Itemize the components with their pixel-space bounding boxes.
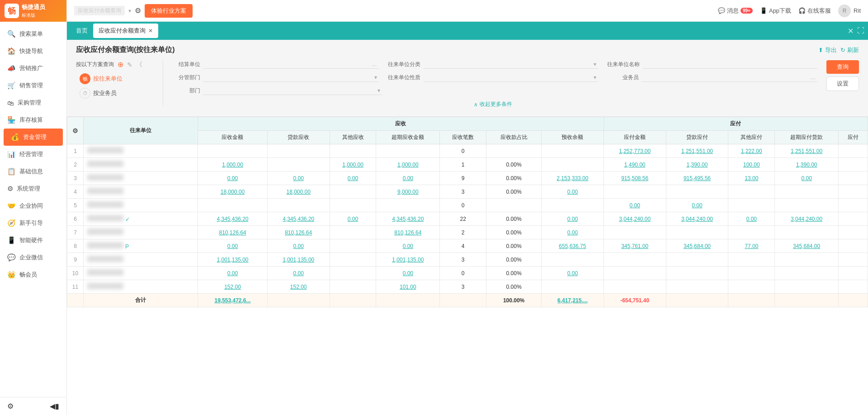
query-button[interactable]: 查询 — [826, 60, 859, 74]
total-ar-overdue — [376, 294, 440, 307]
header-actions: 💬 消息 99+ 📱 App下载 🎧 在线客服 R Rit — [718, 5, 861, 17]
total-ar-advance: 6,417,215.... — [541, 294, 604, 307]
cell-ap_loan: 3,044,240.00 — [666, 212, 728, 226]
ap-tail-header: 应付 — [839, 131, 868, 144]
ap-amount-header: 应付金额 — [604, 131, 666, 144]
operation-icon: 📊 — [7, 150, 16, 158]
unit-name-input[interactable] — [644, 61, 816, 67]
settlement-unit-input[interactable] — [205, 61, 372, 67]
sidebar-item-member[interactable]: 👑 畅会员 — [0, 266, 66, 283]
sidebar-item-collab[interactable]: 🤝 企业协同 — [0, 197, 66, 215]
cell-ap_loan: 1,390.00 — [666, 158, 728, 172]
cell-ap_tail — [839, 280, 868, 294]
settings-icon[interactable]: ⚙ — [135, 6, 141, 15]
dots-icon-2[interactable]: … — [810, 74, 816, 81]
cell-ap_tail — [839, 212, 868, 226]
sidebar-item-quick-nav[interactable]: 🏠 快捷导航 — [0, 43, 66, 60]
cell-ar_other — [330, 280, 376, 294]
dots-icon[interactable]: … — [372, 61, 377, 67]
set-button[interactable]: 设置 — [826, 76, 859, 91]
filter-area: 按以下方案查询 ⊕ ✎ 《 畅 按往来单位 ⏱ 按业务员 — [67, 55, 868, 117]
sidebar-item-search[interactable]: 🔍 搜索菜单 — [0, 25, 66, 43]
counterpart-unit — [84, 280, 198, 294]
cell-ar_count: 3 — [440, 253, 486, 267]
collapse-scheme-icon[interactable]: 《 — [136, 61, 142, 69]
cell-ap_other: 100.00 — [728, 158, 775, 172]
tab-expand-icon[interactable]: ⛶ — [857, 27, 864, 35]
sidebar-item-sales[interactable]: 🛒 销售管理 — [0, 77, 66, 94]
scheme-unit-icon: 畅 — [80, 73, 90, 84]
counterpart-unit — [84, 144, 198, 158]
scheme-by-unit[interactable]: 畅 按往来单位 — [80, 73, 157, 84]
sidebar-item-wechat[interactable]: 💬 企业微信 — [0, 249, 66, 266]
sidebar-item-basic[interactable]: 📋 基础信息 — [0, 163, 66, 180]
ar-overdue-header: 超期应收金额 — [376, 131, 440, 144]
online-service-btn[interactable]: 🎧 在线客服 — [798, 7, 831, 15]
sidebar-item-operation[interactable]: 📊 经营管理 — [0, 146, 66, 163]
tab-close-icon[interactable]: ✕ — [148, 28, 153, 34]
sidebar-item-inventory[interactable]: 🏪 库存核算 — [0, 111, 66, 129]
total-ap-other — [728, 294, 775, 307]
cell-ar_count: 4 — [440, 239, 486, 253]
sidebar-item-marketing[interactable]: 📣 营销推广 — [0, 60, 66, 77]
salesperson-input[interactable] — [643, 74, 810, 81]
counterpart-unit — [84, 172, 198, 185]
cell-ap_amount — [604, 226, 666, 239]
dropdown-arrow-1[interactable]: ▾ — [594, 61, 596, 67]
cell-ar_overdue: 810,126.64 — [376, 226, 440, 239]
app-icon: 📱 — [760, 7, 767, 14]
sidebar-item-finance[interactable]: 💰 资金管理 — [4, 129, 63, 146]
settings-col-header: ⚙ — [67, 117, 84, 144]
cell-ar_overdue: 0.00 — [376, 267, 440, 280]
sidebar-item-hardware[interactable]: 📱 智能硬件 — [0, 232, 66, 249]
tab-home[interactable]: 首页 — [71, 24, 93, 38]
export-button[interactable]: ⬆ 导出 — [818, 46, 837, 54]
sidebar-item-purchase[interactable]: 🛍 采购管理 — [0, 94, 66, 111]
dropdown-arrow-4[interactable]: ▾ — [377, 87, 380, 94]
message-badge: 99+ — [741, 8, 753, 14]
unit-name-label: 往来单位名称 — [607, 61, 640, 68]
unit-category-input[interactable] — [425, 61, 594, 67]
solution-button[interactable]: 体验行业方案 — [145, 4, 193, 18]
cell-ar_other: 0.00 — [330, 212, 376, 226]
add-scheme-icon[interactable]: ⊕ — [118, 60, 123, 69]
tab-ar-ap[interactable]: 应收应付余额查询 ✕ — [93, 24, 158, 38]
counterpart-unit — [84, 185, 198, 199]
cell-ar_other — [330, 239, 376, 253]
settings-footer-icon[interactable]: ⚙ — [7, 402, 14, 410]
sidebar-item-guide[interactable]: 🧭 新手引导 — [0, 215, 66, 232]
edit-scheme-icon[interactable]: ✎ — [127, 61, 132, 68]
dropdown-arrow-3[interactable]: ▾ — [594, 74, 596, 81]
refresh-button[interactable]: ↻ 刷新 — [840, 46, 859, 54]
unit-nature-input[interactable] — [425, 74, 594, 81]
dept-input[interactable] — [205, 87, 377, 94]
table-wrapper[interactable]: ⚙ 往来单位 应收 应付 应收金额 贷款应收 其他应收 超期应收金额 应收笔数 — [67, 117, 868, 415]
collapse-sidebar-icon[interactable]: ◀▮ — [50, 402, 59, 410]
receivable-group-header: 应收 — [198, 117, 604, 131]
cell-ap_loan — [666, 267, 728, 280]
collapse-button[interactable]: ∧ 收起更多条件 — [474, 100, 512, 108]
breadcrumb-dropdown-icon[interactable]: ▾ — [128, 8, 131, 14]
cell-ap_loan: 915,495.56 — [666, 172, 728, 185]
manage-dept-input[interactable] — [205, 74, 374, 81]
counterpart-unit: ✓ — [84, 212, 198, 226]
cell-ap_loan — [666, 185, 728, 199]
dropdown-arrow-2[interactable]: ▾ — [374, 74, 377, 81]
scheme-label: 按以下方案查询 — [76, 61, 114, 68]
ar-ratio-header: 应收款占比 — [486, 131, 542, 144]
app-download-btn[interactable]: 📱 App下载 — [760, 7, 791, 15]
cell-ap_overdue: 1,251,551.00 — [775, 144, 839, 158]
scheme-by-business[interactable]: ⏱ 按业务员 — [80, 88, 157, 99]
counterpart-unit — [84, 267, 198, 280]
cell-ar_loan: 0.00 — [267, 267, 330, 280]
tab-bar: 首页 应收应付余额查询 ✕ ✕ ⛶ — [67, 22, 868, 40]
user-area[interactable]: R Rit — [838, 5, 861, 17]
sidebar-item-system[interactable]: ⚙ 系统管理 — [0, 180, 66, 197]
tab-close-window-icon[interactable]: ✕ — [848, 27, 854, 35]
cell-ap_overdue — [775, 199, 839, 212]
cell-ar_count: 0 — [440, 199, 486, 212]
table-settings-icon[interactable]: ⚙ — [72, 127, 78, 134]
collab-icon: 🤝 — [7, 202, 16, 210]
page-header: 应收应付余额查询(按往来单位) ⬆ 导出 ↻ 刷新 — [67, 40, 868, 55]
messages-btn[interactable]: 💬 消息 99+ — [718, 7, 753, 15]
